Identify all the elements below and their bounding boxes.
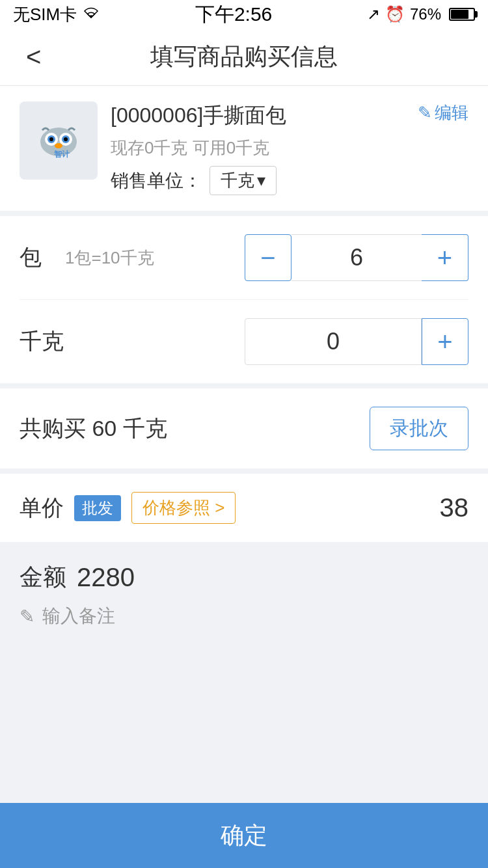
plus-icon-kg: + bbox=[437, 327, 452, 357]
price-label: 单价 bbox=[20, 493, 64, 523]
product-thumbnail: 智计 bbox=[20, 102, 98, 180]
minus-icon: − bbox=[260, 243, 275, 273]
svg-point-6 bbox=[64, 137, 68, 141]
remark-placeholder: 输入备注 bbox=[42, 604, 115, 629]
kg-label: 千克 bbox=[20, 327, 64, 357]
status-time: 下午2:56 bbox=[195, 1, 272, 28]
product-info: [0000006]手撕面包 现存0千克 可用0千克 销售单位： 千克 ▾ bbox=[111, 102, 405, 195]
summary-text: 共购买 60 千克 bbox=[20, 414, 167, 444]
bag-section: 包 1包=10千克 − + 千克 + bbox=[0, 216, 488, 383]
summary-section: 共购买 60 千克 录批次 bbox=[0, 383, 488, 474]
unit-select[interactable]: 千克 ▾ bbox=[210, 166, 277, 195]
kg-plus-button[interactable]: + bbox=[422, 318, 468, 365]
carrier-text: 无SIM卡 bbox=[13, 3, 77, 26]
unit-label: 销售单位： bbox=[111, 169, 202, 193]
product-card: 智计 [0000006]手撕面包 现存0千克 可用0千克 销售单位： 千克 ▾ … bbox=[0, 86, 488, 216]
edit-section: ✎ 编辑 bbox=[418, 102, 468, 124]
bag-plus-button[interactable]: + bbox=[422, 234, 468, 281]
amount-row: 金额 2280 bbox=[20, 562, 468, 593]
edit-icon: ✎ bbox=[418, 103, 432, 123]
battery-text: 76% bbox=[410, 5, 441, 23]
plus-icon: + bbox=[437, 243, 452, 273]
back-button[interactable]: < bbox=[20, 36, 47, 78]
battery-icon bbox=[449, 8, 475, 21]
batch-button[interactable]: 录批次 bbox=[370, 407, 468, 450]
svg-point-7 bbox=[55, 143, 62, 148]
nav-bar: < 填写商品购买信息 bbox=[0, 29, 488, 86]
product-name: [0000006]手撕面包 bbox=[111, 102, 405, 130]
kg-quantity-input[interactable] bbox=[245, 318, 422, 365]
bag-label: 包 bbox=[20, 243, 59, 273]
product-unit-row: 销售单位： 千克 ▾ bbox=[111, 166, 405, 195]
edit-button[interactable]: ✎ 编辑 bbox=[418, 102, 468, 124]
kg-quantity-row: 千克 + bbox=[20, 300, 468, 383]
svg-point-5 bbox=[49, 137, 53, 141]
price-ref-button[interactable]: 价格参照 > bbox=[131, 492, 236, 524]
status-left: 无SIM卡 bbox=[13, 3, 100, 26]
price-ref-label: 价格参照 > bbox=[142, 496, 224, 519]
wifi-icon bbox=[82, 5, 100, 25]
price-section: 单价 批发 价格参照 > 38 bbox=[0, 474, 488, 543]
amount-value: 2280 bbox=[77, 563, 135, 592]
wholesale-badge: 批发 bbox=[74, 495, 121, 521]
bag-quantity-row: 包 1包=10千克 − + bbox=[20, 216, 468, 300]
alarm-icon: ⏰ bbox=[385, 5, 405, 23]
edit-label: 编辑 bbox=[435, 102, 468, 124]
price-value: 38 bbox=[440, 493, 469, 522]
bag-minus-button[interactable]: − bbox=[245, 234, 291, 281]
svg-text:智计: 智计 bbox=[53, 150, 70, 159]
unit-value: 千克 bbox=[221, 169, 254, 192]
amount-section: 金额 2280 ✎ 输入备注 bbox=[0, 543, 488, 644]
bag-quantity-input[interactable] bbox=[291, 234, 422, 281]
confirm-button[interactable]: 确定 bbox=[0, 803, 488, 868]
page-title: 填写商品购买信息 bbox=[150, 41, 338, 73]
status-right: ↗ ⏰ 76% bbox=[367, 5, 475, 23]
pencil-icon: ✎ bbox=[20, 606, 34, 627]
bag-hint: 1包=10千克 bbox=[65, 247, 245, 269]
dropdown-icon: ▾ bbox=[257, 170, 265, 191]
product-stock: 现存0千克 可用0千克 bbox=[111, 137, 405, 159]
location-icon: ↗ bbox=[367, 5, 380, 23]
kg-controls: + bbox=[245, 318, 468, 365]
remark-row[interactable]: ✎ 输入备注 bbox=[20, 604, 468, 629]
amount-label: 金额 bbox=[20, 562, 66, 593]
bag-controls: − + bbox=[245, 234, 468, 281]
status-bar: 无SIM卡 下午2:56 ↗ ⏰ 76% bbox=[0, 0, 488, 29]
